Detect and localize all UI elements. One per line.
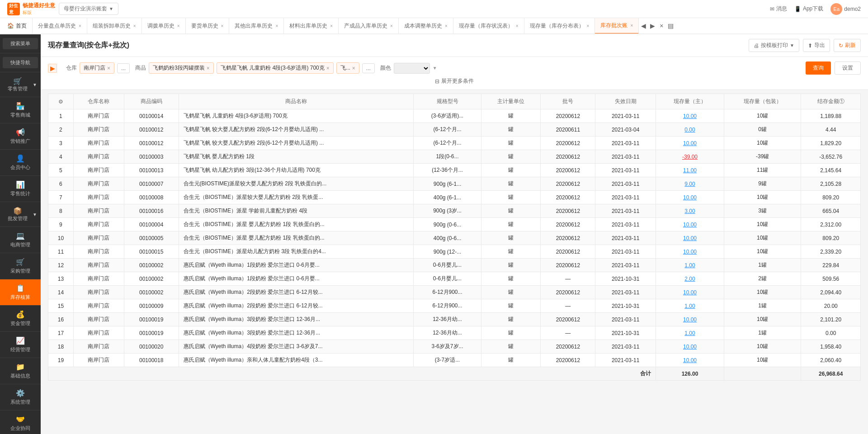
tab-require[interactable]: 要货单历史 × [186,18,230,34]
sidebar-item-retail-mgmt[interactable]: 🛒 零售管理 ▼ [0,72,41,97]
sidebar-item-wholesale[interactable]: 📦 批发管理 ▼ [0,202,41,227]
sidebar-item-retail-stat[interactable]: 📊 零售统计 [0,176,41,202]
cell-qty-main[interactable]: 1.00 [656,299,724,313]
template-print-btn[interactable]: 🖨 按模板打印 ▼ [749,39,799,52]
cell-qty-main[interactable]: 10.00 [656,231,724,245]
color-label: 颜色 [380,64,391,72]
sidebar-item-basic[interactable]: 📁 基础信息 [0,358,41,384]
close-icon[interactable]: × [390,24,393,28]
sidebar-item-purchase[interactable]: 🛒 采购管理 [0,253,41,279]
refresh-btn[interactable]: ↻ 刷新 [834,39,861,52]
tab-disassemble[interactable]: 组装拆卸单历史 × [87,18,142,34]
cell-qty-main[interactable]: 3.00 [656,204,724,218]
export-btn[interactable]: ⬆ 导出 [803,39,830,52]
cell-qty-main[interactable]: 10.00 [656,354,724,367]
setting-btn[interactable]: 设置 [835,61,861,75]
close-icon[interactable]: × [445,24,448,28]
cell-no: 17 [48,326,74,340]
cell-spec: 0-6月婴儿... [414,272,481,286]
expand-arrow-btn[interactable]: ▶ [48,64,57,73]
tab-mixing-label: 调拨单历史 [147,22,175,30]
tab-cost-adjust[interactable]: 成本调整单历史 × [399,18,453,34]
cell-qty-main[interactable]: 9.00 [656,177,724,191]
tab-prev-btn[interactable]: ◀ [639,18,648,34]
color-select[interactable] [394,63,430,74]
sidebar-item-marketing[interactable]: 📢 营销推广 [0,123,41,150]
goods-tag-remove-icon[interactable]: × [326,65,330,71]
close-icon[interactable]: × [587,24,590,28]
cell-expire: 2021-03-11 [595,177,656,191]
cell-qty-main[interactable]: 10.00 [656,245,724,259]
close-icon[interactable]: × [516,24,519,28]
tab-current-status[interactable]: 现存量（库存状况表） × [453,18,524,34]
sidebar-item-inventory[interactable]: 📋 库存核算 [0,279,41,306]
cell-qty-main[interactable]: 1.00 [656,259,724,272]
user-menu[interactable]: Ea demo2 [830,3,861,15]
close-icon[interactable]: × [221,24,224,28]
sidebar-item-retail-shop[interactable]: 🏪 零售商城 [0,97,41,123]
table-header-row: ⚙ 仓库名称 商品编码 商品名称 规格型号 主计量单位 批号 失效日期 现存量（… [48,94,861,109]
tab-material-out[interactable]: 材料出库单历史 × [284,18,339,34]
cell-qty-main[interactable]: 11.00 [656,164,724,177]
cell-spec: (3-7岁适... [414,354,481,367]
cell-qty-main[interactable]: -39.00 [656,150,724,164]
cell-qty-main[interactable]: 10.00 [656,218,724,231]
app-download-btn[interactable]: 📱 App下载 [794,5,823,13]
tab-split[interactable]: 分量盘点单历史 × [33,18,87,34]
tab-batch[interactable]: 库存批次账 × [595,18,639,34]
gear-icon[interactable]: ⚙ [58,99,63,105]
cell-qty-main[interactable]: 10.00 [656,191,724,204]
quicknav-btn[interactable]: 快捷导航 [3,57,38,68]
cell-qty-main[interactable]: 2.00 [656,272,724,286]
close-icon[interactable]: × [177,24,180,28]
close-icon[interactable]: × [79,24,81,28]
industry-selector[interactable]: 母婴行业演示账套 ▼ [59,3,118,15]
export-label: 导出 [814,42,825,49]
tab-product-in[interactable]: 产成品入库单历史 × [339,18,399,34]
tab-next-btn[interactable]: ▶ [648,18,657,34]
tab-close-btn[interactable]: × [657,18,666,34]
warehouse-tag-remove-icon[interactable]: × [107,65,110,71]
goods-tag-feihe4[interactable]: 飞鹤星飞帆 儿童奶粉 4段(3-6岁适用) 700克 × [217,62,334,74]
cell-qty-main[interactable]: 10.00 [656,137,724,150]
sidebar-item-enterprise[interactable]: 🤝 企业协同 [0,410,41,434]
search-menu-btn[interactable]: 搜索菜单 [3,38,38,49]
sidebar-item-finance[interactable]: 💰 资金管理 [0,306,41,332]
th-checkbox[interactable]: ⚙ [48,94,74,109]
cell-name: 合生元（BIOSTIME）派星 婴儿配方奶粉 1段 乳铁蛋白的... [179,218,414,231]
tab-mixing[interactable]: 调拨单历史 × [142,18,186,34]
tab-menu-btn[interactable]: ▤ [666,18,675,34]
sidebar-item-system[interactable]: ⚙️ 系统管理 [0,384,41,410]
sidebar-label-inventory: 库存核算 [10,294,30,301]
sidebar-item-business[interactable]: 📈 经营管理 [0,332,41,358]
cell-qty-main[interactable]: 0.00 [656,123,724,137]
query-btn[interactable]: 查询 [806,61,831,75]
cell-qty-main[interactable]: 1.00 [656,326,724,340]
sidebar-item-ecommerce[interactable]: 💻 电商管理 [0,227,41,253]
close-icon[interactable]: × [630,23,633,28]
close-icon[interactable]: × [330,24,333,28]
close-icon[interactable]: × [275,24,278,28]
cell-amount: 1,189.88 [801,109,861,123]
cell-qty-main[interactable]: 10.00 [656,340,724,354]
tab-current-dist[interactable]: 现存量（库存分布表） × [524,18,595,34]
goods-tag-feihe3[interactable]: 飞鹤奶粉3段丙罐摆装 × [149,62,214,74]
close-icon[interactable]: × [133,24,136,28]
sidebar-item-member[interactable]: 👤 会员中心 [0,150,41,176]
goods-more-btn[interactable]: ... [362,63,375,73]
tab-home[interactable]: 🏠 首页 [2,18,33,34]
goods-tag-remove-icon[interactable]: × [207,65,210,71]
cell-qty-main[interactable]: 10.00 [656,313,724,326]
cell-spec: 12-36月幼... [414,313,481,326]
goods-tag-remove-icon[interactable]: × [352,65,355,71]
goods-tag-more[interactable]: 飞... × [336,62,359,74]
cell-qty-main[interactable]: 10.00 [656,286,724,299]
warehouse-more-btn[interactable]: ... [117,63,130,73]
cell-code: 00100002 [124,272,179,286]
cell-qty-main[interactable]: 10.00 [656,109,724,123]
expand-conditions-btn[interactable]: ⊟ 展开更多条件 [48,77,861,85]
message-btn[interactable]: ✉ 消息 [770,5,787,13]
cell-code: 00100012 [124,137,179,150]
tab-other-out[interactable]: 其他出库单历史 × [229,18,284,34]
warehouse-tag-nangan[interactable]: 南岸门店 × [80,62,114,74]
